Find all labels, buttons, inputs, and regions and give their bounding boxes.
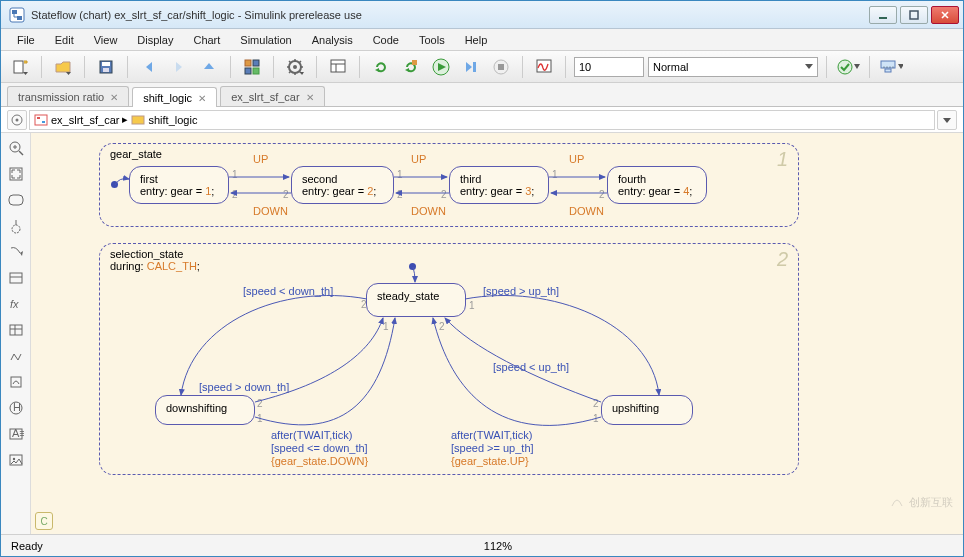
state-fourth[interactable]: fourth entry: gear = 4; (607, 166, 707, 204)
close-button[interactable] (931, 6, 959, 24)
box-tool-icon[interactable] (5, 267, 27, 289)
menu-display[interactable]: Display (127, 31, 183, 49)
state-name: fourth (618, 173, 696, 185)
tab-ex-slrt-sf-car[interactable]: ex_slrt_sf_car✕ (220, 86, 324, 106)
up-button[interactable] (196, 55, 222, 79)
junction-tool-icon[interactable] (5, 215, 27, 237)
state-action: entry: gear = 3; (460, 185, 534, 197)
state-name: third (460, 173, 538, 185)
svg-rect-27 (473, 62, 476, 72)
sim-mode-value: Normal (653, 61, 688, 73)
menu-analysis[interactable]: Analysis (302, 31, 363, 49)
toolbar: Normal (1, 51, 963, 83)
breadcrumb-seg[interactable]: shift_logic (148, 114, 197, 126)
check-button[interactable] (835, 55, 861, 79)
transition-label: DOWN (253, 205, 288, 217)
truth-table-icon[interactable] (5, 319, 27, 341)
breadcrumb-seg[interactable]: ex_slrt_sf_car (51, 114, 119, 126)
build-button[interactable] (398, 55, 424, 79)
svg-text:H: H (13, 401, 21, 413)
svg-point-36 (886, 66, 887, 67)
model-config-button[interactable] (282, 55, 308, 79)
superstate-priority: 2 (777, 248, 788, 271)
state-name: second (302, 173, 383, 185)
svg-marker-33 (854, 64, 860, 69)
minimize-button[interactable] (869, 6, 897, 24)
superstate-selection-state[interactable]: selection_state during: CALC_TH; 2 (99, 243, 799, 475)
close-icon[interactable]: ✕ (198, 93, 206, 104)
breadcrumb-dropdown-button[interactable] (937, 110, 957, 130)
breadcrumb[interactable]: ex_slrt_sf_car ▸ shift_logic (29, 110, 935, 130)
c-action-language-badge[interactable]: C (35, 512, 53, 530)
sim-mode-select[interactable]: Normal (648, 57, 818, 77)
transition-label: after(TWAIT,tick) [speed >= up_th] {gear… (451, 429, 534, 468)
history-junction-icon[interactable]: H (5, 397, 27, 419)
library-browser-button[interactable] (239, 55, 265, 79)
state-first[interactable]: first entry: gear = 1; (129, 166, 229, 204)
transition-label: DOWN (569, 205, 604, 217)
nav-most-visited-button[interactable] (7, 110, 27, 130)
tabstrip: transmission ratio✕ shift_logic✕ ex_slrt… (1, 83, 963, 107)
svg-marker-31 (805, 64, 813, 69)
svg-rect-13 (245, 68, 251, 74)
transition-label: [speed < down_th] (243, 285, 333, 297)
maximize-button[interactable] (900, 6, 928, 24)
tab-shift-logic[interactable]: shift_logic✕ (132, 87, 217, 107)
svg-line-49 (19, 151, 23, 155)
tab-label: transmission ratio (18, 91, 104, 103)
run-button[interactable] (428, 55, 454, 79)
zoom-fit-icon[interactable] (5, 137, 27, 159)
menu-help[interactable]: Help (455, 31, 498, 49)
tab-transmission-ratio[interactable]: transmission ratio✕ (7, 86, 129, 106)
menu-view[interactable]: View (84, 31, 128, 49)
svg-point-38 (892, 66, 893, 67)
signal-analyzer-button[interactable] (531, 55, 557, 79)
annotation-tool-icon[interactable]: A≡ (5, 423, 27, 445)
svg-rect-52 (10, 168, 22, 180)
open-button[interactable] (50, 55, 76, 79)
svg-rect-43 (35, 115, 47, 125)
state-action: entry: gear = 1; (140, 185, 214, 197)
menu-chart[interactable]: Chart (183, 31, 230, 49)
image-tool-icon[interactable] (5, 449, 27, 471)
stop-time-input[interactable] (574, 57, 644, 77)
close-icon[interactable]: ✕ (306, 92, 314, 103)
simulink-function-icon[interactable] (5, 345, 27, 367)
new-button[interactable] (7, 55, 33, 79)
state-steady[interactable]: steady_state (366, 283, 466, 317)
chevron-down-icon (898, 64, 903, 70)
superstate-label: gear_state (110, 148, 162, 160)
fit-to-view-icon[interactable] (5, 163, 27, 185)
svg-point-35 (883, 66, 884, 67)
back-button[interactable] (136, 55, 162, 79)
stop-button[interactable] (488, 55, 514, 79)
menu-simulation[interactable]: Simulation (230, 31, 301, 49)
state-downshifting[interactable]: downshifting (155, 395, 255, 425)
graphical-function-icon[interactable] (5, 371, 27, 393)
menu-edit[interactable]: Edit (45, 31, 84, 49)
menu-code[interactable]: Code (363, 31, 409, 49)
close-icon[interactable]: ✕ (110, 92, 118, 103)
forward-button[interactable] (166, 55, 192, 79)
model-explorer-button[interactable] (325, 55, 351, 79)
save-button[interactable] (93, 55, 119, 79)
menu-file[interactable]: File (7, 31, 45, 49)
menu-tools[interactable]: Tools (409, 31, 455, 49)
function-tool-icon[interactable]: fx (5, 293, 27, 315)
state-upshifting[interactable]: upshifting (601, 395, 693, 425)
chart-canvas[interactable]: gear_state 1 first entry: gear = 1; seco… (31, 133, 963, 534)
update-diagram-button[interactable] (368, 55, 394, 79)
transition-label: UP (253, 153, 268, 165)
chevron-down-icon (854, 64, 860, 70)
step-forward-button[interactable] (458, 55, 484, 79)
model-icon (34, 113, 48, 127)
state-second[interactable]: second entry: gear = 2; (291, 166, 394, 204)
default-transition-tool-icon[interactable] (5, 241, 27, 263)
state-third[interactable]: third entry: gear = 3; (449, 166, 549, 204)
state-tool-icon[interactable] (5, 189, 27, 211)
svg-rect-14 (253, 68, 259, 74)
svg-marker-56 (20, 251, 23, 256)
svg-marker-7 (66, 72, 71, 75)
superstate-label: selection_state during: CALC_TH; (110, 248, 200, 272)
target-button[interactable] (878, 55, 904, 79)
